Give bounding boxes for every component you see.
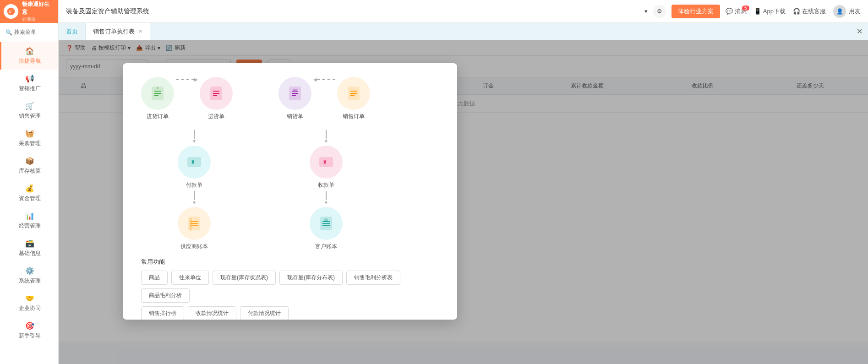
app-name: 畅康通好生意 <box>22 0 55 16</box>
purchase-bill-icon <box>200 77 233 110</box>
tab-sales-order[interactable]: 销售订单执行表 ✕ <box>86 23 150 40</box>
flow-col-payment-bill: ¥ 付款单 <box>178 146 211 189</box>
customer-ledger-icon <box>310 207 343 240</box>
sidebar-item-guide[interactable]: 🎯 新手引导 <box>0 317 58 344</box>
finance-icon: 💰 <box>25 184 34 193</box>
flow-row3: ¥ 付款单 ¥ 收款单 <box>141 146 439 189</box>
sidebar-item-inventory[interactable]: 📦 库存核算 <box>0 152 58 179</box>
modal-content: 进货订单 ▶ <box>123 63 457 320</box>
avatar: 👤 <box>833 5 846 18</box>
receipt-bill-label: 收款单 <box>318 181 334 189</box>
flow-modal: 进货订单 ▶ <box>123 63 457 320</box>
sidebar-item-base-info[interactable]: 🗃️ 基础信息 <box>0 234 58 262</box>
func-btn-receipt-stats[interactable]: 收款情况统计 <box>188 306 236 320</box>
tab-home[interactable]: 首页 <box>59 23 86 40</box>
common-functions-title: 常用功能 <box>141 258 439 266</box>
base-info-icon: 🗃️ <box>25 239 34 248</box>
tab-close-icon[interactable]: ✕ <box>138 28 142 34</box>
download-icon: 📱 <box>754 8 761 15</box>
svg-rect-27 <box>190 218 191 231</box>
sidebar-item-sales[interactable]: 🛒 销售管理 <box>0 97 58 125</box>
purchase-order-icon <box>141 77 174 110</box>
func-btn-partner[interactable]: 往来单位 <box>171 271 209 285</box>
svg-text:¥: ¥ <box>191 159 195 165</box>
sidebar-item-system[interactable]: ⚙️ 系统管理 <box>0 262 58 289</box>
flow-col-customer-ledger: 客户账本 <box>310 207 343 250</box>
system-dropdown[interactable]: ▾ <box>644 8 648 15</box>
func-btn-inventory-dist[interactable]: 现存量(库存分布表) <box>279 271 343 285</box>
sidebar: U 畅康通好生意 标准版 🔍 搜索菜单 🏠 快捷导航 📢 营销推广 � <box>0 0 59 364</box>
purchase-order-label: 进货订单 <box>147 113 169 120</box>
app-subtitle: 标准版 <box>22 16 55 22</box>
app-download-button[interactable]: 📱 App下载 <box>754 7 786 16</box>
svg-point-32 <box>324 218 328 222</box>
flow-col-purchase-bill: 进货单 <box>200 77 233 120</box>
arrow-purchase-to-purchase-bill: ▶ <box>174 77 200 95</box>
message-icon: 💬 <box>726 8 733 15</box>
sidebar-item-quick-nav[interactable]: 🏠 快捷导航 <box>0 42 58 70</box>
sidebar-navigation: 🏠 快捷导航 📢 营销推广 🛒 销售管理 🧺 采购管理 📦 库存核算 💰 <box>0 42 58 364</box>
flow-col-sales-bill: 销货单 <box>278 77 311 120</box>
user-menu[interactable]: 👤 用友 <box>833 5 861 18</box>
sidebar-item-label: 库存核算 <box>19 167 41 175</box>
operation-icon: 📊 <box>25 212 34 220</box>
func-btn-inventory-status[interactable]: 现存量(库存状况表) <box>213 271 276 285</box>
message-button[interactable]: 💬 消息 5 <box>726 7 747 16</box>
message-badge: 5 <box>742 5 749 11</box>
close-all-tabs-button[interactable]: ✕ <box>851 27 868 36</box>
sidebar-item-label: 资金管理 <box>19 195 41 202</box>
purchase-bill-label: 进货单 <box>208 113 224 120</box>
func-btn-product-margin[interactable]: 商品毛利分析 <box>141 288 190 303</box>
guide-icon: 🎯 <box>25 321 34 330</box>
sidebar-item-purchase[interactable]: 🧺 采购管理 <box>0 125 58 152</box>
sidebar-item-label: 经营管理 <box>19 222 41 230</box>
sidebar-item-operation[interactable]: 📊 经营管理 <box>0 207 58 234</box>
purchase-icon: 🧺 <box>25 129 34 138</box>
receipt-bill-icon: ¥ <box>310 146 343 179</box>
func-btn-sales-rank[interactable]: 销售排行榜 <box>141 306 184 320</box>
arrow-sales-order-to-sales-bill: ◀ <box>311 77 337 95</box>
svg-text:U: U <box>9 9 11 14</box>
sidebar-item-label: 新手引导 <box>19 332 41 340</box>
sidebar-item-marketing[interactable]: 📢 营销推广 <box>0 70 58 97</box>
tab-sales-order-label: 销售订单执行表 <box>93 27 135 36</box>
flow-row5: 供应商账本 客户账本 <box>141 207 439 250</box>
app-logo-icon: U <box>4 4 18 19</box>
flow-col-purchase-order: 进货订单 <box>141 77 174 120</box>
tab-home-label: 首页 <box>66 27 78 36</box>
flow-arrow-row2: ▼ ▼ <box>141 191 439 205</box>
chevron-down-icon: ▾ <box>644 8 648 15</box>
gear-icon: ⚙ <box>657 8 662 15</box>
sidebar-item-finance[interactable]: 💰 资金管理 <box>0 179 58 207</box>
search-icon: 🔍 <box>5 29 12 36</box>
sidebar-item-cooperation[interactable]: 🤝 企业协同 <box>0 289 58 317</box>
service-icon: 🎧 <box>793 8 800 15</box>
common-functions-section: 常用功能 商品 往来单位 现存量(库存状况表) 现存量(库存分布表) 销售毛利分… <box>141 258 439 320</box>
search-menu-label: 搜索菜单 <box>14 28 36 36</box>
settings-button[interactable]: ⚙ <box>653 5 666 18</box>
search-menu-button[interactable]: 🔍 搜索菜单 <box>4 27 55 38</box>
func-btn-product[interactable]: 商品 <box>141 271 168 285</box>
topbar: 装备及固定资产辅助管理系统 ▾ ⚙ 体验行业方案 💬 消息 5 📱 App下载 <box>59 0 868 23</box>
sidebar-item-label: 基础信息 <box>19 250 41 257</box>
sales-bill-label: 销货单 <box>287 113 303 120</box>
func-buttons-row2: 销售排行榜 收款情况统计 付款情况统计 <box>141 306 439 320</box>
tabbar: 首页 销售订单执行表 ✕ ✕ <box>59 23 868 40</box>
sidebar-search-area: 🔍 搜索菜单 <box>0 23 58 42</box>
modal-overlay[interactable]: 进货订单 ▶ <box>59 40 868 364</box>
cooperation-icon: 🤝 <box>25 294 34 303</box>
customer-ledger-label: 客户账本 <box>315 243 337 250</box>
func-btn-sales-margin[interactable]: 销售毛利分析表 <box>346 271 400 285</box>
sidebar-item-label: 企业协同 <box>19 304 41 312</box>
online-service-button[interactable]: 🎧 在线客服 <box>793 7 826 16</box>
system-icon: ⚙️ <box>25 266 34 275</box>
user-name: 用友 <box>849 7 861 16</box>
func-btn-payment-stats[interactable]: 付款情况统计 <box>240 306 289 320</box>
sidebar-item-label: 系统管理 <box>19 277 41 285</box>
flow-arrow-row: ▼ ▼ <box>141 130 439 144</box>
sidebar-item-label: 采购管理 <box>19 140 41 147</box>
trial-button[interactable]: 体验行业方案 <box>671 5 720 18</box>
func-buttons-row1: 商品 往来单位 现存量(库存状况表) 现存量(库存分布表) 销售毛利分析表 商品… <box>141 271 439 303</box>
sales-order-label: 销售订单 <box>343 113 365 120</box>
sidebar-item-label: 快捷导航 <box>19 57 41 65</box>
